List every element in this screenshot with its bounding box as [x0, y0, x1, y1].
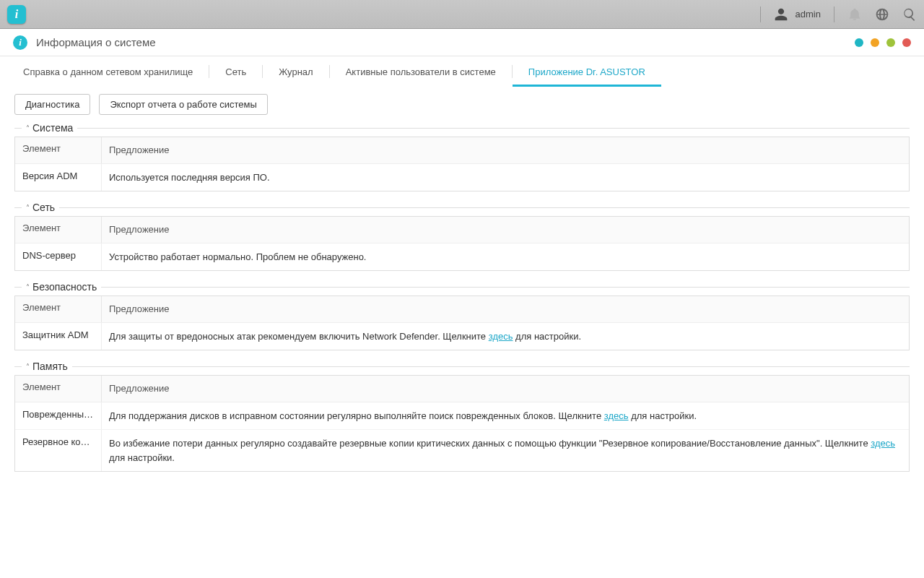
text: Для защиты от вредоносных атак рекоменду… [109, 331, 489, 342]
user-menu[interactable]: admin [774, 7, 821, 22]
text: для настройки. [513, 331, 581, 342]
user-icon [774, 7, 788, 22]
text: Для поддержания дисков в исправном состо… [109, 410, 604, 421]
line [101, 287, 910, 288]
tab-bar: Справка о данном сетевом хранилище Сеть … [0, 56, 924, 87]
cell-suggestion: Устройство работает нормально. Проблем н… [102, 243, 909, 271]
cell-suggestion: Для защиты от вредоносных атак рекоменду… [102, 323, 909, 350]
line [14, 366, 22, 367]
section-header[interactable]: ˄Сеть [14, 202, 910, 213]
col-element: Элемент [15, 137, 102, 163]
settings-link[interactable]: здесь [604, 410, 629, 421]
topbar-left: i [7, 5, 26, 24]
cell-suggestion: Во избежание потери данных регулярно соз… [102, 430, 909, 471]
col-element: Элемент [15, 217, 102, 243]
window-title: Информация о системе [36, 36, 156, 48]
chevron-up-icon: ˄ [26, 124, 30, 132]
cell-element: Резервное копир... [15, 430, 102, 471]
table-header: Элемент Предложение [15, 376, 909, 402]
tab-about[interactable]: Справка о данном сетевом хранилище [7, 56, 209, 87]
tab-dr-asustor[interactable]: Приложение Dr. ASUSTOR [513, 56, 661, 87]
cell-element: Версия ADM [15, 164, 102, 191]
table-row: Поврежденный б... Для поддержания дисков… [15, 402, 909, 431]
table-header: Элемент Предложение [15, 217, 909, 243]
settings-link[interactable]: здесь [871, 438, 895, 449]
network-table: Элемент Предложение DNS-сервер Устройств… [14, 216, 910, 271]
diagnostics-button[interactable]: Диагностика [14, 94, 90, 115]
cell-suggestion: Для поддержания дисков в исправном состо… [102, 402, 909, 430]
username-label: admin [796, 9, 821, 20]
section-system: ˄Система Элемент Предложение Версия ADM … [14, 122, 910, 191]
window-close-dot[interactable] [902, 38, 911, 47]
app-info-icon[interactable]: i [7, 5, 26, 24]
topbar-right: admin [760, 7, 917, 22]
notification-icon[interactable] [847, 7, 862, 22]
window-controls [855, 38, 911, 47]
col-element: Элемент [15, 296, 102, 322]
system-table: Элемент Предложение Версия ADM Используе… [14, 137, 910, 191]
col-suggestion: Предложение [102, 376, 909, 402]
table-header: Элемент Предложение [15, 137, 909, 164]
table-row: DNS-сервер Устройство работает нормально… [15, 243, 909, 271]
chevron-up-icon: ˄ [26, 363, 30, 371]
window-control-dot[interactable] [855, 38, 863, 47]
region-icon[interactable] [875, 7, 889, 22]
section-security: ˄Безопасность Элемент Предложение Защитн… [14, 281, 910, 350]
section-header[interactable]: ˄Безопасность [14, 281, 910, 293]
settings-link[interactable]: здесь [489, 331, 513, 342]
divider [834, 7, 834, 22]
section-storage: ˄Память Элемент Предложение Поврежденный… [14, 361, 910, 472]
section-network: ˄Сеть Элемент Предложение DNS-сервер Уст… [14, 202, 910, 271]
export-report-button[interactable]: Экспорт отчета о работе системы [99, 94, 268, 115]
section-header[interactable]: ˄Система [14, 122, 910, 134]
window-control-dot[interactable] [871, 38, 879, 47]
table-header: Элемент Предложение [15, 296, 909, 323]
tab-log[interactable]: Журнал [263, 56, 328, 87]
security-table: Элемент Предложение Защитник ADM Для защ… [14, 296, 910, 350]
content-area: Диагностика Экспорт отчета о работе сист… [0, 87, 924, 578]
storage-table: Элемент Предложение Поврежденный б... Дл… [14, 375, 910, 472]
search-icon[interactable] [902, 7, 917, 22]
chevron-up-icon: ˄ [26, 283, 30, 291]
table-row: Версия ADM Используется последняя версия… [15, 164, 909, 191]
section-title: Безопасность [32, 281, 97, 293]
tab-network[interactable]: Сеть [209, 56, 262, 87]
window-info-icon: i [13, 35, 27, 50]
cell-suggestion: Используется последняя версия ПО. [102, 164, 909, 191]
text: Во избежание потери данных регулярно соз… [109, 438, 871, 449]
divider [760, 7, 761, 22]
text: для настройки. [109, 452, 175, 463]
line [14, 128, 22, 129]
line [14, 207, 22, 208]
col-suggestion: Предложение [102, 217, 909, 243]
col-element: Элемент [15, 376, 102, 402]
section-title: Память [32, 361, 68, 372]
cell-element: Поврежденный б... [15, 402, 102, 430]
line [59, 207, 910, 208]
col-suggestion: Предложение [102, 296, 909, 322]
table-row: Защитник ADM Для защиты от вредоносных а… [15, 323, 909, 350]
col-suggestion: Предложение [102, 137, 909, 163]
system-topbar: i admin [0, 0, 924, 29]
action-buttons: Диагностика Экспорт отчета о работе сист… [14, 94, 910, 115]
line [14, 287, 22, 288]
window-control-dot[interactable] [886, 38, 895, 47]
chevron-up-icon: ˄ [26, 204, 30, 212]
section-title: Система [32, 122, 73, 134]
cell-element: Защитник ADM [15, 323, 102, 350]
tab-active-users[interactable]: Активные пользователи в системе [330, 56, 512, 87]
section-header[interactable]: ˄Память [14, 361, 910, 372]
window-header: i Информация о системе [0, 29, 924, 56]
line [77, 128, 910, 129]
system-info-window: i Информация о системе Справка о данном … [0, 29, 924, 578]
cell-element: DNS-сервер [15, 243, 102, 271]
section-title: Сеть [32, 202, 55, 213]
line [72, 366, 910, 367]
text: для настройки. [629, 410, 697, 421]
table-row: Резервное копир... Во избежание потери д… [15, 430, 909, 471]
